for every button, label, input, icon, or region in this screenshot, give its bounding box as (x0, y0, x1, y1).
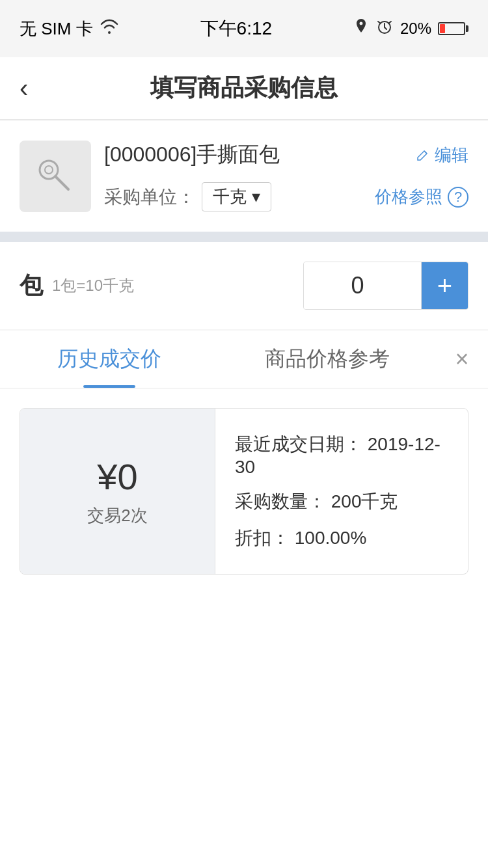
edit-label: 编辑 (435, 144, 468, 167)
unit-select[interactable]: 千克 ▾ (202, 182, 271, 211)
tx-discount-row: 折扣： 100.00% (235, 526, 448, 550)
product-header: [0000006]手撕面包 编辑 (104, 141, 468, 169)
unit-label: 采购单位： 千克 ▾ (104, 182, 271, 211)
location-icon (353, 18, 369, 40)
qty-unit-small: 1包=10千克 (52, 275, 134, 296)
battery-icon (438, 22, 468, 35)
price-ref-label: 价格参照 (375, 185, 442, 208)
tx-discount-value: 100.00% (295, 528, 367, 548)
product-thumbnail (20, 141, 91, 212)
transaction-list: ¥0 交易2次 最近成交日期： 2019-12-30 采购数量： 200千克 折… (0, 388, 488, 594)
qty-plus-button[interactable]: + (421, 262, 468, 309)
tx-discount-label: 折扣： (235, 528, 290, 548)
product-card: [0000006]手撕面包 编辑 采购单位： 千克 ▾ 价格参照 ? (0, 121, 488, 232)
tx-count: 交易2次 (87, 504, 147, 527)
divider (0, 232, 488, 242)
tx-qty-value: 200千克 (331, 491, 398, 511)
tab-close-button[interactable]: × (436, 331, 488, 388)
page-title: 填写商品采购信息 (150, 72, 338, 104)
dropdown-arrow-icon: ▾ (252, 187, 260, 207)
nav-bar: ‹ 填写商品采购信息 (0, 57, 488, 120)
product-name: [0000006]手撕面包 (104, 141, 280, 169)
status-bar: 无 SIM 卡 下午6:12 20% (0, 0, 488, 57)
qty-input[interactable] (304, 262, 421, 309)
alarm-icon (375, 18, 394, 40)
back-button[interactable]: ‹ (20, 74, 28, 103)
status-right: 20% (353, 18, 468, 40)
tx-date-row: 最近成交日期： 2019-12-30 (235, 432, 448, 478)
tx-qty-row: 采购数量： 200千克 (235, 489, 448, 514)
carrier-text: 无 SIM 卡 (20, 18, 93, 40)
transaction-card: ¥0 交易2次 最近成交日期： 2019-12-30 采购数量： 200千克 折… (20, 408, 468, 575)
tab-price-ref[interactable]: 商品价格参考 (218, 331, 436, 388)
unit-label-text: 采购单位： (104, 185, 195, 210)
svg-line-3 (55, 176, 68, 189)
tabs-section: 历史成交价 商品价格参考 × ¥0 交易2次 最近成交日期： 2019-12-3… (0, 331, 488, 594)
tab-price-ref-label: 商品价格参考 (265, 345, 390, 373)
tabs-header: 历史成交价 商品价格参考 × (0, 331, 488, 388)
svg-point-2 (45, 166, 53, 174)
tx-date-label: 最近成交日期： (235, 434, 362, 454)
wifi-icon (100, 19, 119, 39)
tx-right: 最近成交日期： 2019-12-30 采购数量： 200千克 折扣： 100.0… (215, 409, 468, 574)
time-display: 下午6:12 (200, 16, 273, 41)
qty-unit-big: 包 (20, 270, 43, 302)
qty-input-group: + (303, 262, 468, 310)
price-ref-button[interactable]: 价格参照 ? (375, 185, 468, 208)
edit-button[interactable]: 编辑 (415, 144, 468, 167)
qty-label: 包 1包=10千克 (20, 270, 134, 302)
tab-history-price[interactable]: 历史成交价 (0, 331, 218, 388)
battery-percentage: 20% (400, 20, 431, 38)
question-icon: ? (448, 187, 468, 208)
quantity-row: 包 1包=10千克 + (0, 242, 488, 329)
product-info: [0000006]手撕面包 编辑 采购单位： 千克 ▾ 价格参照 ? (104, 141, 468, 211)
status-left: 无 SIM 卡 (20, 18, 119, 40)
unit-value: 千克 (213, 185, 247, 208)
content-background (0, 594, 488, 868)
tx-price: ¥0 (97, 455, 137, 498)
tx-qty-label: 采购数量： (235, 491, 326, 511)
tx-left: ¥0 交易2次 (20, 409, 215, 574)
product-unit-row: 采购单位： 千克 ▾ 价格参照 ? (104, 182, 468, 211)
tab-history-label: 历史成交价 (57, 345, 161, 373)
